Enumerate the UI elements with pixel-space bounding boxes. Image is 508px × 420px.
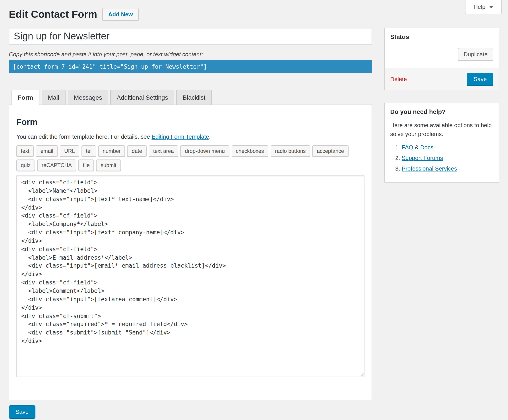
list-item: Professional Services xyxy=(402,165,493,172)
status-box-footer: Delete Save xyxy=(385,68,499,90)
delete-link[interactable]: Delete xyxy=(390,76,407,82)
support-forums-link[interactable]: Support Forums xyxy=(402,155,443,161)
tag-button-number[interactable]: number xyxy=(98,145,125,157)
content-wrap: Edit Contact Form Add New Copy this shor… xyxy=(0,0,508,418)
tab-form[interactable]: Form xyxy=(12,90,39,105)
save-button-bottom[interactable]: Save xyxy=(9,405,35,418)
panel-description: You can edit the form template here. For… xyxy=(16,133,365,140)
status-box-body: Duplicate xyxy=(385,45,499,68)
save-button-sidebar[interactable]: Save xyxy=(467,73,493,85)
help-links-list: FAQ & Docs Support Forums Professional S… xyxy=(402,144,493,172)
docs-link[interactable]: Docs xyxy=(420,144,433,151)
tag-button-recaptcha[interactable]: reCAPTCHA xyxy=(37,159,76,171)
tag-button-url[interactable]: URL xyxy=(60,145,79,157)
duplicate-button[interactable]: Duplicate xyxy=(458,48,493,61)
need-help-heading: Do you need help? xyxy=(385,103,499,120)
professional-services-link[interactable]: Professional Services xyxy=(402,165,457,172)
tab-mail[interactable]: Mail xyxy=(42,90,65,105)
tag-button-submit[interactable]: submit xyxy=(96,159,121,171)
status-box: Status Duplicate Delete Save xyxy=(384,28,499,90)
panel-heading: Form xyxy=(16,117,365,127)
page-title: Edit Contact Form xyxy=(9,8,97,20)
need-help-intro: Here are some available options to help … xyxy=(390,121,493,139)
tag-button-tel[interactable]: tel xyxy=(81,145,96,157)
main-column: Copy this shortcode and paste it into yo… xyxy=(9,28,372,418)
list-item: Support Forums xyxy=(402,155,493,161)
tab-additional-settings[interactable]: Additional Settings xyxy=(110,90,174,105)
columns: Copy this shortcode and paste it into yo… xyxy=(9,28,499,418)
tag-button-drop-down-menu[interactable]: drop-down menu xyxy=(180,145,229,157)
add-new-button[interactable]: Add New xyxy=(103,8,139,21)
sidebar: Status Duplicate Delete Save Do you need… xyxy=(384,28,499,195)
editing-form-template-link[interactable]: Editing Form Template xyxy=(151,133,209,140)
help-label: Help xyxy=(474,4,486,10)
need-help-box: Do you need help? Here are some availabl… xyxy=(384,103,499,183)
tab-blacklist[interactable]: Blacklist xyxy=(177,90,212,105)
admin-page: Help Edit Contact Form Add New Copy this… xyxy=(0,0,508,420)
faq-link[interactable]: FAQ xyxy=(402,144,413,151)
list-item-separator: & xyxy=(413,144,420,151)
form-template-textarea[interactable]: <div class="cf-field"> <label>Name*</lab… xyxy=(16,175,365,377)
form-title-input[interactable] xyxy=(9,28,372,45)
tag-button-date[interactable]: date xyxy=(127,145,147,157)
tag-button-text-area[interactable]: text area xyxy=(149,145,178,157)
tag-button-email[interactable]: email xyxy=(36,145,58,157)
form-tab-panel: Form You can edit the form template here… xyxy=(9,105,372,400)
tag-button-radio-buttons[interactable]: radio buttons xyxy=(271,145,310,157)
page-header: Edit Contact Form Add New xyxy=(9,8,499,21)
help-dropdown[interactable]: Help xyxy=(465,0,502,14)
need-help-body: Here are some available options to help … xyxy=(385,120,499,182)
chevron-down-icon xyxy=(489,6,493,8)
footer-actions: Save xyxy=(9,405,372,418)
shortcode-input[interactable] xyxy=(9,60,372,73)
shortcode-hint: Copy this shortcode and paste it into yo… xyxy=(9,51,372,58)
panel-description-period: . xyxy=(209,133,211,140)
tag-button-quiz[interactable]: quiz xyxy=(16,159,35,171)
tag-generator-row-2: quiz reCAPTCHA file submit xyxy=(16,159,365,171)
tag-button-file[interactable]: file xyxy=(78,159,94,171)
tag-button-checkboxes[interactable]: checkboxes xyxy=(231,145,268,157)
tag-generator-row-1: text email URL tel number date text area… xyxy=(16,145,365,157)
status-box-heading: Status xyxy=(385,28,499,45)
tab-bar: Form Mail Messages Additional Settings B… xyxy=(9,90,372,105)
tab-messages[interactable]: Messages xyxy=(67,90,108,105)
tag-button-text[interactable]: text xyxy=(16,145,34,157)
tag-button-acceptance[interactable]: acceptance xyxy=(312,145,349,157)
list-item: FAQ & Docs xyxy=(402,144,493,151)
panel-description-text: You can edit the form template here. For… xyxy=(16,133,151,140)
